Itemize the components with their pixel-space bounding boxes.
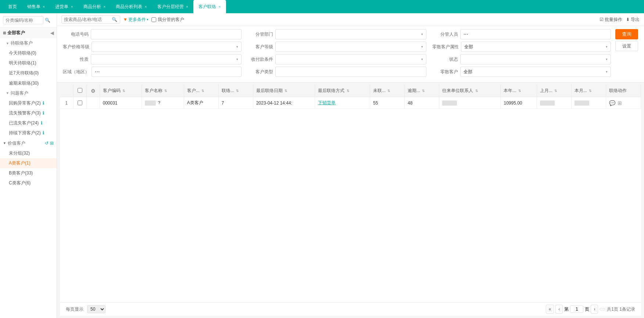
close-analysis-icon[interactable]: × (103, 4, 105, 9)
next-page-btn[interactable]: › (591, 305, 598, 314)
manager-input[interactable]: ··· (460, 29, 611, 39)
payment-chevron: ▾ (421, 57, 423, 61)
sidebar-item-tomorrow[interactable]: 明天待联络(1) (0, 58, 57, 68)
close-purchase-icon[interactable]: × (71, 4, 73, 9)
filter-region: 区域（地区） ··· (63, 67, 242, 77)
filter-search-icon[interactable]: 🔍 (112, 17, 117, 22)
price-level-select[interactable]: ▾ (92, 42, 242, 52)
my-customers-check[interactable] (151, 17, 156, 22)
sidebar-item-churned[interactable]: 已流失客户(24) ℹ (0, 118, 57, 128)
col-name-header[interactable]: 客户名称 ⇅ (142, 85, 184, 97)
last-method-link[interactable]: 下销货单 (318, 100, 336, 105)
dept-select[interactable]: ▾ (275, 29, 426, 39)
cell-lastmethod[interactable]: 下销货单 (315, 97, 370, 109)
zero-customer-select[interactable]: 全部 ▾ (460, 67, 611, 77)
page-number-input[interactable] (570, 305, 583, 313)
col-thismonth-header[interactable]: 本月... ⇅ (571, 85, 606, 97)
advanced-filter: 电话号码 分管部门 ▾ 分管人员 (57, 26, 644, 82)
sidebar-item-repurchase[interactable]: 回购异常客户(2) ℹ (0, 98, 57, 108)
query-button[interactable]: 查询 (615, 29, 638, 39)
sidebar-search-icon[interactable]: 🔍 (45, 18, 50, 23)
col-lastdate-header[interactable]: 最后联络日期 ⇅ (253, 85, 315, 97)
manager-dots-icon[interactable]: ··· (464, 31, 468, 38)
sidebar-item-overdue[interactable]: 逾期未联络(30) (0, 78, 57, 88)
close-sales-icon[interactable]: × (43, 4, 45, 9)
batch-operation-btn[interactable]: ☑ 批量操作 (600, 17, 622, 23)
sidebar-item-declining[interactable]: 持续下滑客户(2) ℹ (0, 128, 57, 138)
type-input[interactable] (275, 67, 426, 77)
message-action-icon[interactable]: 💬 (609, 100, 615, 106)
nav-product-list[interactable]: 商品分析列表 × (111, 0, 152, 13)
customer-level-select[interactable]: ▾ (275, 42, 426, 52)
qr-action-icon[interactable]: ⊞ (618, 100, 622, 106)
cell-lastmonth (537, 97, 571, 109)
col-overdue-header[interactable]: 逾期... ⇅ (405, 85, 439, 97)
settings-button[interactable]: 设置 (615, 41, 638, 51)
sidebar: 🔍 ⊞ 全部客户 ◀ ▼ 待联络客户 今天待联络(0) 明天待联络(1) 近7天… (0, 13, 57, 318)
select-all-checkbox[interactable] (78, 88, 82, 93)
nav-customer-tier[interactable]: 客户分层经营 × (152, 0, 193, 13)
sidebar-search-input[interactable] (3, 16, 43, 24)
sort-lastmethod-icon: ⇅ (347, 89, 350, 93)
my-customers-checkbox[interactable]: 我分管的客户 (151, 17, 184, 23)
add-value-icon[interactable]: ⊞ (50, 141, 54, 146)
export-btn[interactable]: ⬇ 导出 (626, 17, 640, 23)
sidebar-item-a-class[interactable]: A类客户(1) (0, 158, 57, 168)
row-checkbox[interactable] (78, 100, 82, 105)
close-tier-icon[interactable]: × (186, 4, 188, 9)
filter-search-input[interactable] (64, 17, 112, 22)
sidebar-group-problem[interactable]: ▼ 问题客户 (0, 88, 57, 98)
nature-select[interactable]: ▾ (91, 54, 242, 64)
filter-right-actions: ☑ 批量操作 ⬇ 导出 (600, 17, 640, 23)
close-list-icon[interactable]: × (144, 4, 147, 9)
cell-gear (86, 97, 100, 109)
filter-bar: 🔍 ▼ 更多条件 ▾ 我分管的客户 ☑ 批量操作 ⬇ 导出 (57, 13, 644, 26)
more-conditions-btn[interactable]: ▼ 更多条件 ▾ (123, 17, 149, 23)
region-dots-icon[interactable]: ··· (95, 68, 100, 75)
nav-home[interactable]: 首页 (3, 0, 22, 13)
search-wrap: 🔍 (61, 15, 120, 24)
status-select[interactable]: ▾ (460, 54, 611, 64)
page-size-select[interactable]: 20 50 100 (87, 305, 105, 313)
last-page-btn[interactable] (600, 308, 605, 310)
region-input[interactable]: ··· (92, 67, 242, 77)
sidebar-all-customers[interactable]: ⊞ 全部客户 ◀ (0, 28, 57, 38)
nav-customer-contact[interactable]: 客户联络 × (193, 0, 226, 13)
sidebar-item-unclassified[interactable]: 未分组(32) (0, 148, 57, 158)
table-settings-icon[interactable]: ⚙ (91, 88, 96, 94)
payment-select[interactable]: ▾ (275, 54, 426, 64)
prev-page-btn[interactable]: ‹ (555, 305, 563, 314)
zero-attr-label: 零散客户属性 (432, 44, 459, 50)
price-level-chevron: ▾ (236, 45, 238, 49)
col-uncontacted-header[interactable]: 未联... ⇅ (370, 85, 404, 97)
cell-name: ？ (142, 97, 184, 109)
col-contact-header[interactable]: 联络... ⇅ (218, 85, 253, 97)
refresh-icon[interactable]: ↺ (45, 141, 49, 146)
col-unitcontact-header[interactable]: 往来单位联系人 ⇅ (439, 85, 501, 97)
nav-purchase[interactable]: 进货单 × (50, 0, 78, 13)
nav-product-analysis[interactable]: 商品分析 × (78, 0, 111, 13)
sidebar-group-pending[interactable]: ▼ 待联络客户 (0, 38, 57, 48)
sidebar-item-7days[interactable]: 近7天待联络(0) (0, 68, 57, 78)
close-all-button[interactable]: × (638, 156, 641, 162)
first-page-btn[interactable]: « (546, 305, 554, 314)
close-contact-icon[interactable]: × (218, 4, 221, 9)
status-chevron: ▾ (606, 57, 608, 61)
cell-uncontacted: 55 (370, 97, 404, 109)
sidebar-item-c-class[interactable]: C类客户(6) (0, 178, 57, 188)
col-checkbox-header[interactable] (73, 85, 86, 97)
nav-sales[interactable]: 销售单 × (22, 0, 50, 13)
sidebar-item-b-class[interactable]: B类客户(33) (0, 168, 57, 178)
horizontal-scrollbar[interactable] (60, 298, 641, 302)
sidebar-item-churn-warning[interactable]: 流失预警客户(3) ℹ (0, 108, 57, 118)
col-level-header[interactable]: 客户... ⇅ (184, 85, 218, 97)
sidebar-item-today[interactable]: 今天待联络(0) (0, 48, 57, 58)
zero-attr-select[interactable]: 全部 ▾ (461, 42, 611, 52)
col-lastmonth-header[interactable]: 上月... ⇅ (537, 85, 571, 97)
col-code-header[interactable]: 客户编码 ⇅ (100, 85, 142, 97)
col-gear-header[interactable]: ⚙ (86, 85, 100, 97)
cell-checkbox[interactable] (73, 97, 86, 109)
col-thisyear-header[interactable]: 本年... ⇅ (501, 85, 537, 97)
col-lastmethod-header[interactable]: 最后联络方式 ⇅ (315, 85, 370, 97)
phone-input[interactable] (91, 29, 242, 39)
